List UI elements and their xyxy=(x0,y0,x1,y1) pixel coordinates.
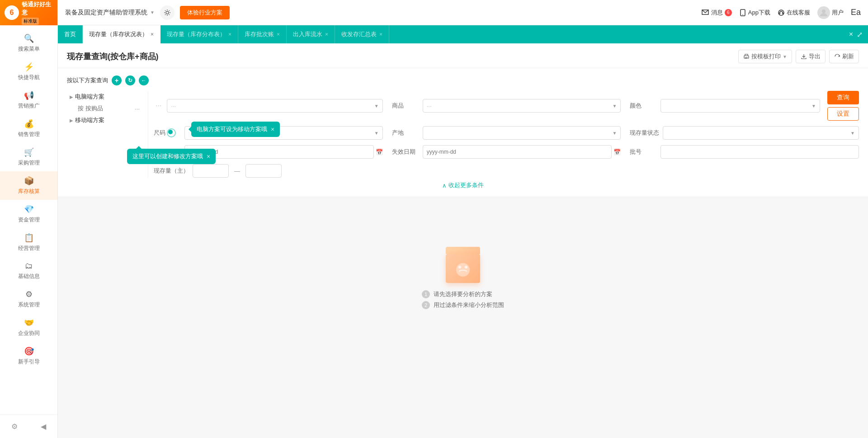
sidebar-label-inventory: 库存核算 xyxy=(18,188,40,195)
settings-btn[interactable] xyxy=(160,5,175,20)
tab-inventory-status[interactable]: 现存量（库存状况表） × xyxy=(83,25,160,43)
tab-inout-flow[interactable]: 出入库流水 × xyxy=(287,25,335,43)
step-1-text: 请先选择要分析的方案 xyxy=(434,290,492,298)
empty-step-2: 2 用过滤条件来缩小分析范围 xyxy=(422,301,504,309)
tab-close-inventory-dist[interactable]: × xyxy=(228,31,231,38)
settings-bottom-btn[interactable]: ⚙ xyxy=(8,420,21,433)
print-btn[interactable]: 按模板打印 ▼ xyxy=(738,50,792,63)
goods-field: 商品 ··· ▼ xyxy=(392,91,621,121)
goods-arrow: ▼ xyxy=(612,104,617,108)
scheme-tree-desktop[interactable]: ▶ 电脑端方案 xyxy=(67,91,142,103)
system-icon: ⚙ xyxy=(25,289,33,299)
svg-rect-7 xyxy=(744,56,749,58)
app-download-action[interactable]: App下载 xyxy=(739,9,770,17)
stock-main-max-input[interactable] xyxy=(245,164,282,178)
query-btn[interactable]: 查询 xyxy=(827,91,859,104)
color-field: 颜色 ▼ 查询 设置 xyxy=(630,91,859,121)
produce-date-calendar-icon[interactable]: 📅 xyxy=(376,149,383,155)
stock-main-label: 现存量（主） xyxy=(154,167,189,175)
reset-btn[interactable]: 设置 xyxy=(827,107,859,121)
inventory-icon: 📦 xyxy=(24,176,34,186)
step-1-num: 1 xyxy=(422,290,430,298)
refresh-btn[interactable]: 刷新 xyxy=(829,50,859,63)
empty-box xyxy=(446,254,480,283)
system-dropdown-arrow: ▼ xyxy=(150,10,155,15)
tab-fullscreen-btn[interactable]: ⤢ xyxy=(857,30,863,39)
sidebar-label-guide: 新手引导 xyxy=(18,358,40,366)
message-action[interactable]: 消息 6 xyxy=(701,9,732,17)
origin-select[interactable]: ▼ xyxy=(423,126,621,140)
sidebar-item-sales[interactable]: 💰 销售管理 xyxy=(0,114,57,143)
sidebar-label-cooperation: 企业协同 xyxy=(18,330,40,337)
sidebar-item-search-menu[interactable]: 🔍 搜索菜单 xyxy=(0,29,57,57)
svg-point-9 xyxy=(465,266,467,268)
warehouse-select[interactable]: ··· ▼ xyxy=(167,99,382,113)
guide-icon: 🎯 xyxy=(24,346,34,356)
sidebar-item-operation[interactable]: 📋 经营管理 xyxy=(0,228,57,257)
expire-date-label: 失效日期 xyxy=(392,148,419,156)
batch-no-input[interactable] xyxy=(660,145,859,159)
svg-point-0 xyxy=(166,11,169,14)
filter-area: 按以下方案查询 + ↻ ← ▶ 电脑端方案 按 按购品 ··· xyxy=(58,68,868,197)
quick-nav-icon: ⚡ xyxy=(24,62,34,72)
system-name: 装备及固定资产辅助管理系统 ▼ xyxy=(65,9,155,17)
tab-inventory-dist[interactable]: 现存量（库存分布表） × xyxy=(160,25,238,43)
sidebar-item-quick-nav[interactable]: ⚡ 快捷导航 xyxy=(0,57,57,86)
tab-close-inventory-status[interactable]: × xyxy=(151,31,154,38)
scheme-tree-mobile[interactable]: ▶ 移动端方案 xyxy=(67,114,142,126)
expire-date-input[interactable] xyxy=(423,145,612,159)
sidebar-label-basics: 基础信息 xyxy=(18,273,40,280)
expire-date-calendar-icon[interactable]: 📅 xyxy=(613,149,621,155)
color-arrow: ▼ xyxy=(811,104,816,108)
tab-receive-summary[interactable]: 收发存汇总表 × xyxy=(335,25,389,43)
app-name: 畅通好好生意 xyxy=(22,0,53,17)
batch-no-field: 批号 xyxy=(630,145,859,159)
stock-main-min-input[interactable] xyxy=(193,164,229,178)
color-select[interactable]: ▼ xyxy=(660,99,820,113)
user-action[interactable]: 用户 xyxy=(817,6,844,19)
sidebar-item-marketing[interactable]: 📢 营销推广 xyxy=(0,86,57,114)
tooltip-create-close[interactable]: × xyxy=(207,153,210,160)
warehouse-dots: ··· xyxy=(156,102,161,110)
tab-home[interactable]: 首页 xyxy=(58,25,83,43)
collapse-sidebar-btn[interactable]: ◀ xyxy=(37,420,50,433)
sidebar-item-purchase[interactable]: 🛒 采购管理 xyxy=(0,143,57,171)
sidebar-nav: 🔍 搜索菜单 ⚡ 快捷导航 📢 营销推广 💰 销售管理 🛒 采购管理 📦 库存核… xyxy=(0,25,57,414)
refresh-scheme-btn[interactable]: ↻ xyxy=(125,75,135,85)
stock-status-select[interactable]: ▼ xyxy=(663,126,859,140)
sidebar-item-inventory[interactable]: 📦 库存核算 xyxy=(0,171,57,200)
filter-header-label: 按以下方案查询 xyxy=(67,76,108,85)
sidebar-item-guide[interactable]: 🎯 新手引导 xyxy=(0,342,57,370)
tab-batch-ledger[interactable]: 库存批次账 × xyxy=(238,25,287,43)
sidebar-item-cooperation[interactable]: 🤝 企业协同 xyxy=(0,313,57,342)
stock-status-field: 现存量状态 ▼ xyxy=(630,126,859,140)
prev-scheme-btn[interactable]: ← xyxy=(139,75,149,85)
export-btn[interactable]: 导出 xyxy=(796,50,826,63)
tab-close-receive-summary[interactable]: × xyxy=(379,31,382,38)
tooltip-scheme-close[interactable]: × xyxy=(271,126,274,133)
service-icon xyxy=(778,9,785,16)
scheme-tree-desktop-sub[interactable]: 按 按购品 ··· xyxy=(67,103,142,114)
step-2-num: 2 xyxy=(422,301,430,309)
operation-icon: 📋 xyxy=(24,233,34,243)
tooltip-scheme-text: 电脑方案可设为移动方案哦 xyxy=(197,125,267,133)
industry-btn[interactable]: 体验行业方案 xyxy=(180,6,230,19)
sidebar-label-operation: 经营管理 xyxy=(18,245,40,252)
desktop-scheme-arrow: ▶ xyxy=(70,94,73,99)
sidebar-item-assets[interactable]: 💎 资金管理 xyxy=(0,200,57,228)
origin-arrow: ▼ xyxy=(612,131,617,136)
add-scheme-btn[interactable]: + xyxy=(112,75,122,85)
goods-select[interactable]: ··· ▼ xyxy=(423,99,621,113)
tab-close-all-btn[interactable]: × xyxy=(849,30,853,38)
empty-box-flap xyxy=(446,247,480,254)
tab-close-inout-flow[interactable]: × xyxy=(325,31,328,38)
sidebar-item-system[interactable]: ⚙ 系统管理 xyxy=(0,285,57,313)
empty-steps: 1 请先选择要分析的方案 2 用过滤条件来缩小分析范围 xyxy=(422,290,504,309)
tab-close-batch-ledger[interactable]: × xyxy=(277,31,280,38)
basics-icon: 🗂 xyxy=(25,261,33,271)
sidebar-item-basics[interactable]: 🗂 基础信息 xyxy=(0,257,57,285)
collapse-btn[interactable]: ∧ 收起更多条件 xyxy=(442,181,484,189)
online-service-action[interactable]: 在线客服 xyxy=(778,9,810,17)
page-container: 现存量查询(按仓库+商品) 按模板打印 ▼ 导出 xyxy=(58,43,868,438)
purchase-icon: 🛒 xyxy=(24,147,34,157)
